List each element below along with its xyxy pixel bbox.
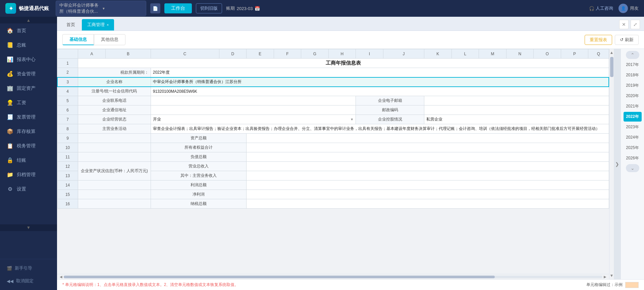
year-item-2018[interactable]: 2018年 [624,70,642,80]
horizontal-scrollbar[interactable]: ◀ ▶ [57,274,609,279]
sidebar-item-tax[interactable]: 📋 税务管理 [0,139,57,153]
sidebar-item-ledger[interactable]: 📒 总账 [0,38,57,52]
status-dropdown-icon[interactable]: ▼ [350,118,354,121]
cell-company-value[interactable]: 中审众环会计师事务所（特殊普通合伙）江苏分所 [151,77,609,87]
table-row: 8 主营业务活动 审查企业会计报表；出具审计报告；验证企业资本；出具验资报告；办… [57,124,609,134]
company-selector[interactable]: 中审众环会计师事务所（特殊普通合伙... ▼ [56,1,146,16]
tab-home[interactable]: 首页 [61,19,80,30]
archive-icon: 📁 [7,171,13,178]
cell-phone-label: 企业联系电话 [78,96,151,105]
edit-hint: * 单元格编辑说明：1、点击单元格直接录入数值或文本。2、清空单元格数值或文本恢… [62,282,238,288]
cell-profit-value[interactable] [247,180,609,190]
refresh-button[interactable]: ↺ 刷新 [615,35,639,45]
cell-netprofit-value[interactable] [247,190,609,199]
period-area: 账期 2023-03 📅 [226,5,260,11]
sidebar-scroll-down[interactable]: ▼ [0,224,57,231]
close-window-button[interactable]: ✕ [619,20,629,29]
cell-address-label: 企业通信地址 [78,105,151,115]
sidebar-item-reports[interactable]: 📊 报表中心 [0,52,57,67]
calendar-icon[interactable]: 📅 [255,6,260,11]
cell-postal-value[interactable] [424,105,609,115]
sidebar-item-finance[interactable]: 💰 资金管理 [0,67,57,81]
bottom-bar-right: 单元格编辑过：示例 [586,282,639,288]
sub-tab-basic[interactable]: 基础信息 [62,34,94,45]
cell-total-assets-value[interactable] [247,134,609,143]
year-item-2023[interactable]: 2023年 [624,122,642,132]
sidebar-item-assets[interactable]: 🏢 固定资产 [0,81,57,95]
vertical-scrollbar[interactable]: ▲ ▼ [609,49,614,279]
old-version-button[interactable]: 切到旧版 [196,3,222,13]
cell-tax-value[interactable] [247,199,609,209]
service-button[interactable]: 🎧 人工咨询 [589,5,613,11]
finance-icon: 💰 [7,71,13,77]
scroll-thumb[interactable] [64,276,495,278]
v-scroll-thumb[interactable] [610,57,613,77]
user-area[interactable]: 👤 用友 [619,4,639,13]
document-icon[interactable]: 📄 [150,3,160,13]
sub-tab-other[interactable]: 其他信息 [94,34,125,45]
tab-bizmanage[interactable]: 工商管理 × [82,19,114,30]
scroll-left-arrow[interactable]: ◀ [58,274,64,280]
row-num-2: 2 [57,68,78,77]
sidebar-item-guide[interactable]: 🎬 新手引导 [0,262,57,275]
table-row: 7 企业经营状态 开业 ▼ 企业控股情况 私营企业 [57,115,609,124]
period-value: 2023-03 [237,6,253,11]
cell-email-value[interactable] [424,96,609,105]
sidebar-item-home[interactable]: 🏠 首页 [0,23,57,38]
year-item-2020[interactable]: 2020年 [624,91,642,101]
expand-window-button[interactable]: ⤢ [631,20,640,29]
workbench-button[interactable]: 工作台 [164,3,192,13]
scroll-right-arrow[interactable]: ▶ [602,274,608,280]
year-item-2019[interactable]: 2019年 [624,81,642,90]
sidebar-label-archive: 归档管理 [17,172,36,178]
year-item-2022[interactable]: 2022年 [624,112,642,122]
cell-holding-value[interactable]: 私营企业 [424,115,609,124]
year-panel: ⌃ 2017年 2018年 2019年 2020年 2021年 2022年 20… [621,49,644,279]
cell-tax-label: 纳税总额 [151,199,246,209]
reset-button[interactable]: 重置报表 [585,35,612,45]
year-item-2024[interactable]: 2024年 [624,133,642,142]
cell-main-revenue-value[interactable] [247,171,609,180]
cell-status-value[interactable]: 开业 ▼ [151,115,356,124]
sidebar-scroll-up[interactable]: ▲ [0,17,57,23]
cell-phone-value[interactable] [151,96,356,105]
sidebar-bottom: 🎬 新手引导 ◀◀ 取消固定 [0,259,57,290]
year-item-2025[interactable]: 2025年 [624,143,642,153]
cell-assets-group-label: 企业资产状况信息(币种：人民币万元) [78,162,151,180]
year-item-2017[interactable]: 2017年 [624,60,642,70]
data-table: A B C D E F G H I J K L [57,49,609,209]
year-item-2026[interactable]: 2026年 [624,153,642,163]
cell-regcode-value[interactable]: 91320100MA208E5W6K [151,87,609,96]
cell-period-value[interactable]: 2022年度 [151,68,609,77]
sidebar-item-invoice[interactable]: 🧾 发票管理 [0,110,57,124]
cell-liabilities-value[interactable] [247,152,609,162]
cell-total-assets-label: 资产总额 [151,134,246,143]
cell-regcode-label: 注册号/统一社会信用代码 [78,87,151,96]
sidebar-item-archive[interactable]: 📁 归档管理 [0,167,57,182]
cell-equity-value[interactable] [247,143,609,152]
col-header-A: A [78,49,106,59]
company-dropdown-icon: ▼ [102,7,143,10]
scroll-track[interactable] [64,276,602,278]
spreadsheet-main: A B C D E F G H I J K L [57,49,609,279]
year-item-2021[interactable]: 2021年 [624,101,642,111]
cell-period-label: 税款所属期间： [78,68,151,77]
service-label: 人工咨询 [596,5,613,11]
sidebar-label-tax: 税务管理 [17,143,36,149]
year-nav-down[interactable]: ⌄ [626,164,639,172]
cell-business-value[interactable]: 审查企业会计报表；出具审计报告；验证企业资本；出具验资报告；办理企业合并、分立、… [151,124,609,134]
year-nav-up[interactable]: ⌃ [626,51,639,59]
sidebar-item-salary[interactable]: 👷 工资 [0,95,57,110]
cell-title[interactable]: 工商年报信息表 [78,59,609,68]
cell-address-value[interactable] [151,105,356,115]
sidebar-item-settings[interactable]: ⚙ 设置 [0,182,57,196]
spreadsheet-wrapper: A B C D E F G H I J K L [57,49,644,279]
tab-close-icon[interactable]: × [107,23,109,27]
sidebar-item-close[interactable]: 🔒 结账 [0,153,57,167]
sidebar-item-inventory[interactable]: 📦 库存核算 [0,124,57,139]
cell-revenue-value[interactable] [247,162,609,171]
spreadsheet-scroll-area[interactable]: A B C D E F G H I J K L [57,49,609,274]
col-header-num [57,49,78,59]
sidebar-item-unpin[interactable]: ◀◀ 取消固定 [0,275,57,287]
year-panel-collapse[interactable]: ❯ [614,49,621,279]
